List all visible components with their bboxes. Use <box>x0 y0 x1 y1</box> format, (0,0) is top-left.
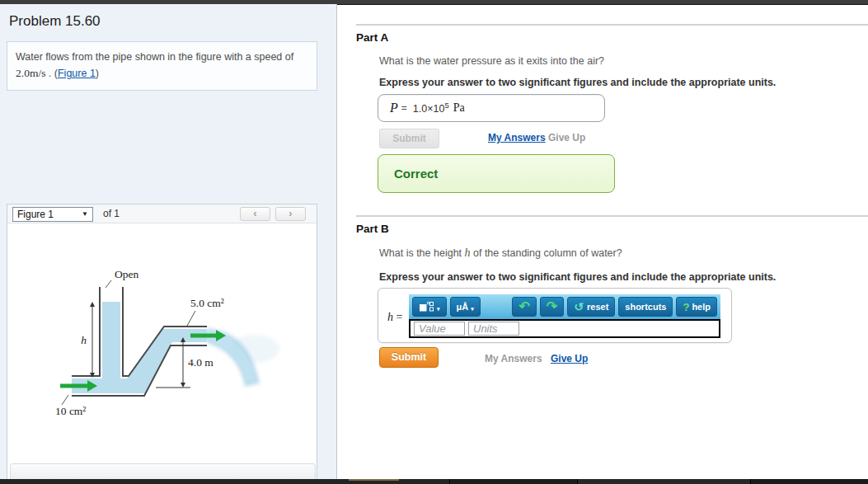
equation-toolbar: ▾ μÅ ▾ ↶ ↷ ↺ reset shortcuts ? help <box>409 294 720 319</box>
taskbar-segment <box>577 479 751 484</box>
exponent-template-icon <box>419 301 434 312</box>
correct-label: Correct <box>394 167 438 181</box>
redo-button[interactable]: ↷ <box>540 297 564 317</box>
part-b-my-answers-label: My Answers <box>485 353 542 364</box>
height-label: 4.0 m <box>188 356 213 369</box>
h-dimension <box>90 302 95 378</box>
undo-button[interactable]: ↶ <box>512 297 536 317</box>
part-a-divider <box>356 24 868 26</box>
answer-unit: Pa <box>453 101 465 115</box>
part-b-divider <box>356 215 868 217</box>
reset-icon: ↺ <box>574 301 584 312</box>
pipe-diagram: Open 5.0 cm² h 4.0 m 10 cm² <box>7 223 317 461</box>
answer-value: 1.0×105 <box>413 101 449 115</box>
chevron-down-icon: ▾ <box>471 306 474 312</box>
part-a-instruction: Express your answer to two significant f… <box>379 77 776 88</box>
units-input[interactable] <box>468 322 519 336</box>
equation-lhs: h = <box>387 311 402 324</box>
part-b-question: What is the height h of the standing col… <box>379 247 622 260</box>
h-variable: h <box>465 247 471 259</box>
problem-statement: Water flows from the pipe shown in the f… <box>7 41 317 91</box>
question-mark-icon: ? <box>683 301 689 313</box>
figure-header: Figure 1 ▼ of 1 ‹ › <box>7 204 317 223</box>
area-out-label: 5.0 cm² <box>190 297 224 309</box>
part-a-my-answers-link[interactable]: My Answers <box>488 132 546 143</box>
open-leader-line <box>106 280 111 288</box>
part-b-instruction: Express your answer to two significant f… <box>379 271 776 283</box>
taskbar-segment <box>449 479 578 484</box>
shortcuts-button[interactable]: shortcuts <box>618 297 673 317</box>
part-a-title: Part A <box>356 31 388 44</box>
reset-button[interactable]: ↺ reset <box>567 297 615 317</box>
figure-prev-button[interactable]: ‹ <box>240 207 270 221</box>
area-in-label: 10 cm² <box>55 405 86 417</box>
figure-link[interactable]: Figure 1 <box>58 68 96 79</box>
problem-text: Water flows from the pipe shown in the f… <box>16 51 293 63</box>
part-a-question: What is the water pressure as it exits i… <box>379 55 604 67</box>
redo-icon: ↷ <box>547 300 557 313</box>
help-button[interactable]: ? help <box>676 297 717 317</box>
chevron-right-icon: › <box>289 207 292 219</box>
part-b-give-up-link[interactable]: Give Up <box>551 353 588 364</box>
figure-select[interactable]: Figure 1 ▼ <box>12 207 93 222</box>
taskbar <box>0 479 868 484</box>
part-b-title: Part B <box>356 223 389 235</box>
area-out-leader-line <box>187 311 195 326</box>
part-a-answer-field[interactable]: P = 1.0×105 Pa <box>378 94 605 122</box>
h-label: h <box>81 334 87 346</box>
answer-symbol: P <box>390 101 398 115</box>
part-a-give-up-label: Give Up <box>548 132 585 143</box>
page-title: Problem 15.60 <box>9 13 101 30</box>
templates-button[interactable]: ▾ <box>412 297 447 317</box>
item-view-panel: Problem 15.60 Water flows from the pipe … <box>0 4 337 479</box>
pipe-wall-left <box>72 287 100 376</box>
chevron-down-icon: ▼ <box>82 210 88 218</box>
chevron-down-icon: ▾ <box>437 306 440 312</box>
taskbar-segment <box>750 479 868 484</box>
part-a-submit-button: Submit <box>379 129 439 148</box>
correct-feedback-box: Correct <box>378 154 615 193</box>
figure-count-label: of 1 <box>103 208 120 219</box>
mastering-physics-page: Problem 15.60 Water flows from the pipe … <box>0 0 868 484</box>
value-input[interactable] <box>414 322 465 336</box>
units-menu-button[interactable]: μÅ ▾ <box>450 297 481 317</box>
figure-next-button[interactable]: › <box>275 207 306 221</box>
answer-input-row <box>409 319 720 338</box>
taskbar-accent <box>349 479 399 481</box>
figure-widget: Figure 1 ▼ of 1 ‹ › <box>7 204 317 482</box>
speed-value: 2.0m/s <box>16 67 45 79</box>
figure-canvas: Open 5.0 cm² h 4.0 m 10 cm² <box>7 223 317 461</box>
open-label: Open <box>115 268 138 280</box>
area-in-leader-line <box>62 395 68 405</box>
chevron-left-icon: ‹ <box>253 207 256 219</box>
equation-editor: h = ▾ μÅ ▾ ↶ <box>378 288 732 343</box>
undo-icon: ↶ <box>518 300 529 313</box>
part-b-submit-button[interactable]: Submit <box>379 347 439 368</box>
